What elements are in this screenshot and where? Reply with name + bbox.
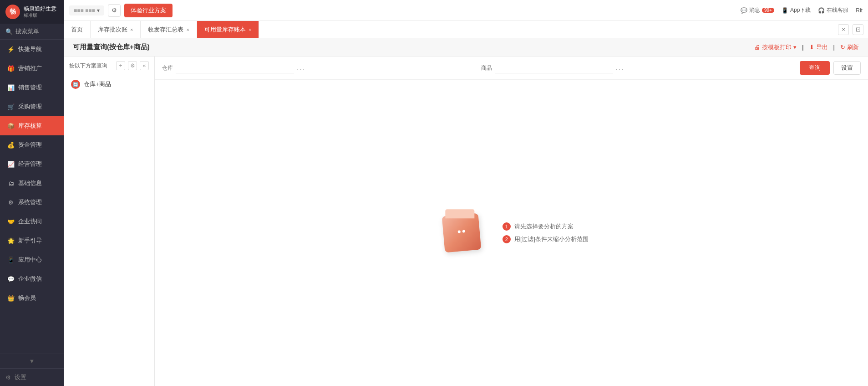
refresh-btn[interactable]: ↻ 刷新 [840, 43, 859, 51]
sidebar-item-8[interactable]: 🗂 基础信息 [0, 174, 64, 193]
sidebar-item-12[interactable]: 📱 应用中心 [0, 250, 64, 269]
nav-icon-13: 💬 [7, 276, 15, 283]
sidebar-item-13[interactable]: 💬 企业微信 [0, 269, 64, 288]
warehouse-more-btn[interactable]: ... [297, 64, 305, 72]
empty-box-icon [442, 213, 482, 253]
nav-icon-14: 👑 [7, 295, 15, 302]
sidebar-scroll-down[interactable]: ▼ [0, 354, 64, 368]
sidebar-item-14[interactable]: 👑 畅会员 [0, 288, 64, 308]
goods-more-btn[interactable]: ... [616, 64, 624, 72]
service-icon: 🎧 [818, 7, 825, 14]
tab-batch-ledger[interactable]: 库存批次账 × [91, 21, 141, 38]
tab-home[interactable]: 首页 [64, 21, 91, 38]
collapse-panel-btn[interactable]: « [140, 61, 149, 70]
restore-tab-btn[interactable]: ⊡ [853, 24, 863, 35]
refresh-icon: ↻ [840, 44, 845, 51]
settings-scheme-btn[interactable]: ⚙ [128, 61, 137, 70]
print-btn[interactable]: 🖨 按模板打印 ▾ [754, 43, 797, 51]
online-service-label: 在线客服 [827, 6, 848, 14]
tab-available-stock-label: 可用量库存账本 [204, 21, 246, 38]
nav-label-13: 企业微信 [18, 275, 42, 283]
close-tab-btn[interactable]: × [838, 24, 849, 35]
topbar-actions: 💬 消息 99+ 📱 App下载 🎧 在线客服 Rit [741, 6, 863, 14]
tip-num-2: 2 [503, 235, 511, 243]
nav-label-10: 企业协同 [18, 217, 42, 226]
tab-available-stock[interactable]: 可用量库存账本 × [197, 21, 259, 38]
sidebar-item-4[interactable]: 🛒 采购管理 [0, 97, 64, 116]
empty-state: 1 请先选择要分析的方案 2 用[过滤]条件来缩小分析范围 [155, 80, 868, 386]
add-scheme-btn[interactable]: + [116, 61, 125, 70]
message-icon: 💬 [741, 7, 747, 14]
sidebar-item-5[interactable]: 📦 库存核算 [0, 116, 64, 135]
nav-icon-10: 🤝 [7, 218, 15, 225]
content-area: 按以下方案查询 + ⚙ « 🔄 仓库+商品 仓库 ... [64, 57, 868, 386]
nav-label-8: 基础信息 [18, 179, 42, 187]
export-icon: ⬇ [809, 44, 814, 51]
message-btn[interactable]: 💬 消息 99+ [741, 6, 774, 14]
empty-tip-1: 1 请先选择要分析的方案 [503, 222, 589, 231]
tip-text-2: 用[过滤]条件来缩小分析范围 [514, 235, 589, 243]
tab-summary[interactable]: 收发存汇总表 × [141, 21, 197, 38]
sidebar-item-6[interactable]: 💰 资金管理 [0, 135, 64, 154]
tab-summary-close[interactable]: × [186, 21, 189, 38]
app-logo-icon: 畅 [5, 5, 20, 19]
app-download-label: App下载 [790, 6, 811, 14]
tip-text-1: 请先选择要分析的方案 [514, 222, 574, 231]
sidebar-item-1[interactable]: ⚡ 快捷导航 [0, 40, 64, 59]
tab-batch-ledger-close[interactable]: × [130, 21, 133, 38]
nav-label-11: 新手引导 [18, 237, 42, 245]
sidebar-item-3[interactable]: 📊 销售管理 [0, 78, 64, 97]
nav-icon-4: 🛒 [7, 103, 15, 110]
goods-filter-input[interactable] [495, 62, 613, 73]
export-btn[interactable]: ⬇ 导出 [809, 43, 828, 51]
filter-settings-btn[interactable]: 设置 [833, 61, 861, 75]
nav-label-12: 应用中心 [18, 256, 42, 264]
nav-label-9: 系统管理 [18, 198, 42, 206]
sidebar-item-7[interactable]: 📈 经营管理 [0, 154, 64, 174]
nav-icon-8: 🗂 [7, 180, 15, 187]
query-btn[interactable]: 查询 [800, 61, 830, 75]
separator-1: | [802, 44, 803, 51]
tab-summary-label: 收发存汇总表 [148, 21, 183, 38]
search-menu-item[interactable]: 🔍 搜索菜单 [0, 24, 64, 40]
message-label: 消息 [749, 6, 760, 14]
empty-eye-right [462, 230, 465, 233]
warehouse-filter-input[interactable] [176, 62, 294, 73]
app-edition: 标准版 [24, 12, 56, 19]
empty-tip-2: 2 用[过滤]条件来缩小分析范围 [503, 235, 589, 243]
empty-illustration [434, 206, 489, 260]
goods-filter-group: 商品 ... [481, 62, 795, 73]
scheme-item-warehouse-goods[interactable]: 🔄 仓库+商品 [64, 75, 154, 93]
app-download-btn[interactable]: 📱 App下载 [782, 6, 811, 14]
online-service-btn[interactable]: 🎧 在线客服 [818, 6, 848, 14]
nav-icon-12: 📱 [7, 257, 15, 263]
user-name: Rit [856, 7, 863, 14]
sidebar-bottom-label: 设置 [15, 373, 26, 381]
left-panel: 按以下方案查询 + ⚙ « 🔄 仓库+商品 [64, 57, 155, 386]
user-info[interactable]: Rit [856, 7, 863, 14]
filter-bar: 仓库 ... 商品 ... 查询 设置 [155, 57, 868, 80]
sidebar-item-2[interactable]: 🎁 营销推广 [0, 59, 64, 78]
nav-label-5: 库存核算 [18, 122, 42, 130]
tip-num-1: 1 [503, 222, 511, 231]
right-panel: 仓库 ... 商品 ... 查询 设置 [155, 57, 868, 386]
sidebar-item-9[interactable]: ⚙ 系统管理 [0, 193, 64, 212]
industry-btn[interactable]: 体验行业方案 [124, 4, 173, 17]
sidebar-nav: ⚡ 快捷导航 🎁 营销推广 📊 销售管理 🛒 采购管理 📦 库存核算 💰 资金管… [0, 40, 64, 354]
breadcrumb-text: ■■■ ■■■ [74, 7, 95, 14]
print-icon: 🖨 [754, 44, 760, 51]
nav-label-1: 快捷导航 [18, 45, 42, 53]
page-header-actions: 🖨 按模板打印 ▾ | ⬇ 导出 | ↻ 刷新 [754, 43, 859, 51]
left-panel-header: 按以下方案查询 + ⚙ « [64, 57, 154, 75]
topbar: ■■■ ■■■ ▾ ⚙ 体验行业方案 💬 消息 99+ 📱 App下载 🎧 在线… [64, 0, 868, 21]
sidebar-item-11[interactable]: 🌟 新手引导 [0, 231, 64, 250]
page-header: 可用量查询(按仓库+商品) 🖨 按模板打印 ▾ | ⬇ 导出 | ↻ 刷新 [64, 38, 868, 57]
nav-icon-11: 🌟 [7, 237, 15, 244]
nav-icon-6: 💰 [7, 142, 15, 149]
sidebar-item-10[interactable]: 🤝 企业协同 [0, 212, 64, 231]
gear-button[interactable]: ⚙ [108, 4, 121, 17]
main-area: ■■■ ■■■ ▾ ⚙ 体验行业方案 💬 消息 99+ 📱 App下载 🎧 在线… [64, 0, 868, 386]
tab-available-stock-close[interactable]: × [249, 21, 251, 38]
sidebar-bottom[interactable]: ⚙ 设置 [0, 368, 64, 386]
empty-tips: 1 请先选择要分析的方案 2 用[过滤]条件来缩小分析范围 [503, 222, 589, 243]
